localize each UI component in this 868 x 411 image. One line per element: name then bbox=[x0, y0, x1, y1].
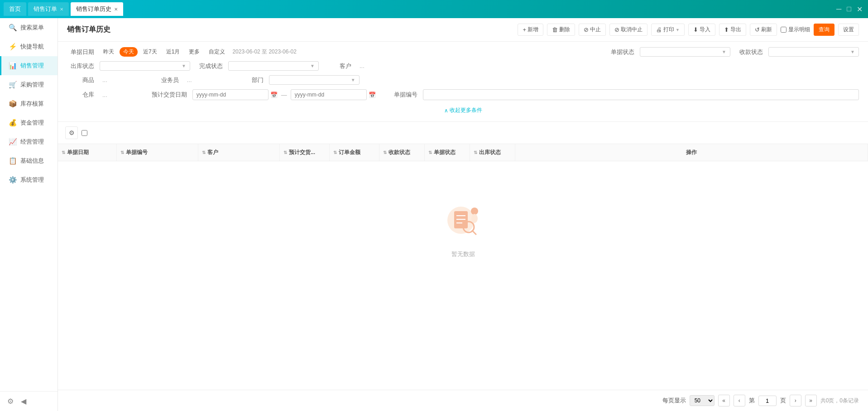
sidebar-item-sales-mgmt[interactable]: 📊 销售管理 bbox=[0, 56, 58, 75]
department-select[interactable]: ▼ bbox=[269, 75, 360, 85]
tab-home[interactable]: 首页 bbox=[4, 2, 26, 16]
sort-icon-number: ⇅ bbox=[120, 150, 124, 155]
date-shortcuts: 昨天 今天 近7天 近1月 更多 自定义 bbox=[100, 47, 229, 57]
minimize-btn[interactable]: ─ bbox=[834, 3, 843, 15]
maximize-btn[interactable]: □ bbox=[845, 3, 853, 15]
print-dropdown-icon[interactable]: ▼ bbox=[676, 28, 680, 32]
import-btn[interactable]: ⬇ 导入 bbox=[688, 24, 715, 36]
search-menu-icon: 🔍 bbox=[9, 24, 17, 32]
new-btn-label: 新增 bbox=[528, 26, 538, 34]
sidebar-item-sales-mgmt-label: 销售管理 bbox=[20, 62, 44, 70]
stop-btn-label: 中止 bbox=[590, 26, 601, 34]
th-customer-label: 客户 bbox=[207, 149, 218, 156]
basic-info-icon: 📋 bbox=[9, 157, 17, 165]
export-btn[interactable]: ⬆ 导出 bbox=[719, 24, 746, 36]
page-size-select[interactable]: 50 10 20 100 bbox=[690, 395, 715, 406]
sidebar-item-capital-mgmt[interactable]: 💰 资金管理 bbox=[0, 113, 58, 132]
prev-page-btn[interactable]: ‹ bbox=[734, 395, 745, 406]
toolbar: + 新增 🗑 删除 ⊘ 中止 ⊘ 取消中止 🖨 打印 bbox=[518, 24, 859, 41]
warehouse-dots[interactable]: ... bbox=[100, 91, 110, 99]
print-btn[interactable]: 🖨 打印 ▼ bbox=[651, 24, 685, 36]
doc-number-input[interactable] bbox=[423, 89, 859, 100]
settings-btn[interactable]: 设置 bbox=[838, 24, 859, 36]
delivery-date-from[interactable] bbox=[192, 89, 269, 100]
svg-point-8 bbox=[471, 214, 478, 223]
cancel-stop-btn-label: 取消中止 bbox=[621, 26, 643, 34]
query-btn-label: 查询 bbox=[819, 26, 830, 34]
sort-icon-amount: ⇅ bbox=[333, 150, 337, 155]
table-settings-btn[interactable]: ⚙ bbox=[65, 126, 78, 139]
sidebar-item-quick-nav[interactable]: ⚡ 快捷导航 bbox=[0, 37, 58, 56]
shortcut-today[interactable]: 今天 bbox=[120, 47, 138, 57]
last-page-btn[interactable]: » bbox=[805, 395, 817, 406]
display-detail-checkbox[interactable] bbox=[781, 27, 786, 33]
collapse-filter-link[interactable]: ∧ 收起更多条件 bbox=[67, 105, 859, 116]
th-number[interactable]: ⇅ 单据编号 bbox=[117, 144, 198, 161]
inventory-icon: 📦 bbox=[9, 100, 17, 108]
settings-bottom-icon[interactable]: ⚙ bbox=[7, 397, 14, 406]
delivery-date-to[interactable] bbox=[291, 89, 367, 100]
stop-btn[interactable]: ⊘ 中止 bbox=[579, 24, 606, 36]
shortcut-yesterday[interactable]: 昨天 bbox=[100, 47, 118, 57]
sidebar-item-basic-info[interactable]: 📋 基础信息 bbox=[0, 151, 58, 170]
salesperson-dots[interactable]: ... bbox=[184, 76, 195, 84]
tab-sales-order-close[interactable]: ✕ bbox=[60, 7, 63, 12]
main-layout: 🔍 搜索菜单 ⚡ 快捷导航 📊 销售管理 🛒 采购管理 📦 库存核算 💰 资金管… bbox=[0, 18, 868, 411]
sidebar-item-operations-mgmt[interactable]: 📈 经营管理 bbox=[0, 132, 58, 151]
sidebar-item-system-mgmt[interactable]: ⚙️ 系统管理 bbox=[0, 170, 58, 189]
sort-icon-stock: ⇅ bbox=[474, 150, 477, 155]
th-number-label: 单据编号 bbox=[126, 149, 148, 156]
operations-mgmt-icon: 📈 bbox=[9, 138, 17, 146]
shortcut-more[interactable]: 更多 bbox=[185, 47, 203, 57]
delivery-date-pair: 📅 — 📅 bbox=[192, 89, 376, 100]
new-btn[interactable]: + 新增 bbox=[518, 24, 543, 36]
th-stock-status[interactable]: ⇅ 出库状态 bbox=[470, 144, 515, 161]
sort-icon-doc: ⇅ bbox=[428, 150, 432, 155]
doc-status-select[interactable]: ▼ bbox=[640, 47, 730, 57]
tab-sales-order[interactable]: 销售订单 ✕ bbox=[28, 2, 69, 16]
cancel-stop-btn[interactable]: ⊘ 取消中止 bbox=[609, 24, 647, 36]
import-btn-label: 导入 bbox=[700, 26, 710, 34]
collapse-sidebar-icon[interactable]: ◀ bbox=[21, 397, 26, 406]
th-delivery[interactable]: ⇅ 预计交货... bbox=[280, 144, 330, 161]
capital-mgmt-icon: 💰 bbox=[9, 119, 17, 127]
goods-dots[interactable]: ... bbox=[100, 76, 110, 84]
sidebar-item-search-menu[interactable]: 🔍 搜索菜单 bbox=[0, 18, 58, 37]
shortcut-last1month[interactable]: 近1月 bbox=[163, 47, 184, 57]
select-all-checkbox[interactable] bbox=[82, 130, 87, 136]
th-doc-status[interactable]: ⇅ 单据状态 bbox=[425, 144, 470, 161]
th-amount[interactable]: ⇅ 订单金额 bbox=[330, 144, 379, 161]
import-icon: ⬇ bbox=[693, 26, 698, 33]
customer-dots[interactable]: ... bbox=[357, 62, 367, 70]
shortcut-custom[interactable]: 自定义 bbox=[205, 47, 229, 57]
sort-icon-customer: ⇅ bbox=[202, 150, 206, 155]
delete-btn[interactable]: 🗑 删除 bbox=[547, 24, 575, 36]
tab-sales-order-history[interactable]: 销售订单历史 ✕ bbox=[71, 2, 123, 16]
close-window-btn[interactable]: ✕ bbox=[855, 3, 864, 15]
calendar-from-icon[interactable]: 📅 bbox=[270, 92, 278, 98]
th-pay-status[interactable]: ⇅ 收款状态 bbox=[379, 144, 425, 161]
stock-out-status-label: 出库状态 bbox=[67, 62, 94, 70]
refresh-btn[interactable]: ↺ 刷新 bbox=[750, 24, 777, 36]
sidebar-item-basic-info-label: 基础信息 bbox=[20, 157, 44, 165]
sidebar-item-purchase-mgmt[interactable]: 🛒 采购管理 bbox=[0, 75, 58, 94]
th-date[interactable]: ⇅ 单据日期 bbox=[58, 144, 117, 161]
next-page-btn[interactable]: › bbox=[790, 395, 801, 406]
sidebar-item-inventory[interactable]: 📦 库存核算 bbox=[0, 94, 58, 113]
payment-status-label: 收款状态 bbox=[736, 48, 763, 56]
first-page-btn[interactable]: « bbox=[718, 395, 730, 406]
calendar-to-icon[interactable]: 📅 bbox=[369, 92, 376, 98]
stock-out-status-select[interactable]: ▼ bbox=[100, 61, 190, 71]
th-customer[interactable]: ⇅ 客户 bbox=[198, 144, 280, 161]
payment-status-select[interactable]: ▼ bbox=[768, 47, 859, 57]
page-label-after: 页 bbox=[780, 396, 786, 405]
svg-line-6 bbox=[472, 231, 476, 234]
query-btn[interactable]: 查询 bbox=[814, 24, 834, 36]
tab-sales-order-history-close[interactable]: ✕ bbox=[114, 7, 118, 12]
page-num-input[interactable] bbox=[758, 396, 777, 406]
completion-status-select[interactable]: ▼ bbox=[228, 61, 319, 71]
sidebar: 🔍 搜索菜单 ⚡ 快捷导航 📊 销售管理 🛒 采购管理 📦 库存核算 💰 资金管… bbox=[0, 18, 58, 411]
settings-btn-label: 设置 bbox=[843, 26, 854, 34]
delete-btn-label: 删除 bbox=[559, 26, 570, 34]
shortcut-last7[interactable]: 近7天 bbox=[139, 47, 161, 57]
